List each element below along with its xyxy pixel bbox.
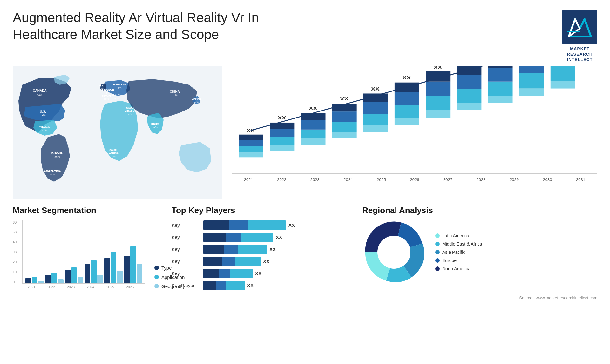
regional-label-asia-pacific: Asia Pacific [442,250,465,255]
segmentation-title: Market Segmentation [13,206,165,215]
player-bar-5-seg3 [230,269,253,278]
map-label-mexico: MEXICO [39,125,50,128]
svg-rect-22 [239,152,263,157]
seg-x-2024: 2024 [81,285,100,289]
svg-rect-33 [301,129,325,138]
segmentation-chart-area: 60 50 40 30 20 10 0 [13,220,165,289]
map-label-germany: GERMANY [112,83,126,86]
svg-rect-47 [395,118,419,125]
svg-rect-52 [426,110,450,118]
y-label-10: 10 [13,270,17,274]
player-label-2: Key [172,234,200,240]
svg-rect-30 [270,123,294,129]
player-bar-1-seg2 [229,220,248,230]
svg-text:XX: XX [403,75,411,80]
player-bar-1 [203,220,286,230]
svg-rect-58 [457,89,481,103]
seg-bar-app-2026 [130,246,136,283]
player-bar-6-seg2 [216,281,226,290]
seg-bar-group-2025 [104,252,123,283]
y-label-20: 20 [13,260,17,264]
svg-text:xx%: xx% [37,93,42,96]
map-label-france: FRANCE [102,88,114,91]
player-bar-1-seg1 [203,220,229,230]
svg-rect-62 [488,96,512,103]
svg-rect-39 [332,111,357,122]
player-bar-container-4: XX [203,257,269,266]
regional-label-north-america: North America [442,266,471,271]
svg-text:XX: XX [278,115,286,120]
svg-rect-49 [395,92,419,105]
seg-bar-type-2022 [45,275,51,283]
seg-x-2021: 2021 [22,285,41,289]
player-bar-5 [203,269,253,278]
svg-rect-37 [332,132,357,138]
svg-rect-63 [488,81,512,96]
svg-text:xx%: xx% [40,114,45,117]
x-label-2021: 2021 [244,177,253,182]
player-label-4: Key [172,259,200,264]
market-segmentation: Market Segmentation 60 50 40 30 20 10 0 [13,206,165,290]
player-label-1: Key [172,222,200,228]
players-list: Key XX Key [172,220,356,290]
player-xx-6: XX [247,283,254,288]
seg-bar-type-2025 [104,258,110,283]
seg-bar-geo-2025 [117,271,123,283]
seg-bar-type-2026 [124,256,130,283]
x-label-2022: 2022 [277,177,286,182]
regional-legend-asia-pacific: Asia Pacific [435,250,482,255]
logo-area: MARKET RESEARCH INTELLECT [562,10,597,63]
logo-text: MARKET RESEARCH INTELLECT [567,46,593,63]
svg-rect-54 [426,81,450,96]
x-label-2029: 2029 [510,177,519,182]
svg-rect-38 [332,122,357,132]
y-label-60: 60 [13,220,17,224]
player-row-4: Key XX [172,257,356,266]
svg-text:xx%: xx% [104,98,109,100]
map-label-china: CHINA [170,90,180,93]
player-bar-4-seg1 [203,257,222,266]
svg-rect-67 [519,73,544,89]
player-xx-5: XX [255,271,261,276]
regional-legend-mea: Middle East & Africa [435,241,482,246]
player-bar-4-seg2 [222,257,235,266]
x-label-2025: 2025 [377,177,386,182]
player-bar-3-seg1 [203,245,224,254]
svg-rect-71 [551,66,575,81]
svg-rect-59 [457,75,481,89]
svg-rect-29 [270,129,294,137]
player-bar-5-seg1 [203,269,219,278]
page-title: Augmented Reality Ar Virtual Reality Vr … [13,10,299,43]
svg-rect-55 [426,71,450,82]
svg-text:xx%: xx% [54,155,60,158]
player-row-2: Key XX [172,233,356,242]
seg-bar-app-2021 [32,277,37,283]
y-label-30: 30 [13,250,17,254]
regional-dot-north-america [435,266,440,271]
player-bar-container-3: XX [203,245,276,254]
svg-rect-68 [519,66,544,73]
bottom-section: Market Segmentation 60 50 40 30 20 10 0 [0,199,610,293]
legend-dot-geography [154,284,159,288]
svg-rect-57 [457,103,481,110]
svg-text:xx%: xx% [112,155,116,158]
seg-x-2025: 2025 [101,285,119,289]
player-bar-container-2: XX [203,233,282,242]
regional-legend-europe: Europe [435,258,482,263]
svg-rect-25 [239,134,263,140]
svg-text:xx%: xx% [128,113,132,115]
svg-rect-65 [488,66,512,68]
seg-x-2023: 2023 [62,285,80,289]
legend-dot-type [154,266,159,270]
player-bar-3-seg3 [238,245,267,254]
player-bar-container-5: XX [203,269,261,278]
regional-content: Latin America Middle East & Africa Asia … [362,220,597,284]
y-label-40: 40 [13,240,17,244]
player-bar-6 [203,281,245,290]
svg-text:xx%: xx% [50,173,55,176]
svg-rect-35 [301,113,325,120]
seg-bars [22,220,145,284]
seg-bar-group-2024 [85,260,103,283]
map-label-brazil: BRAZIL [51,151,63,155]
seg-bar-app-2024 [91,260,97,283]
